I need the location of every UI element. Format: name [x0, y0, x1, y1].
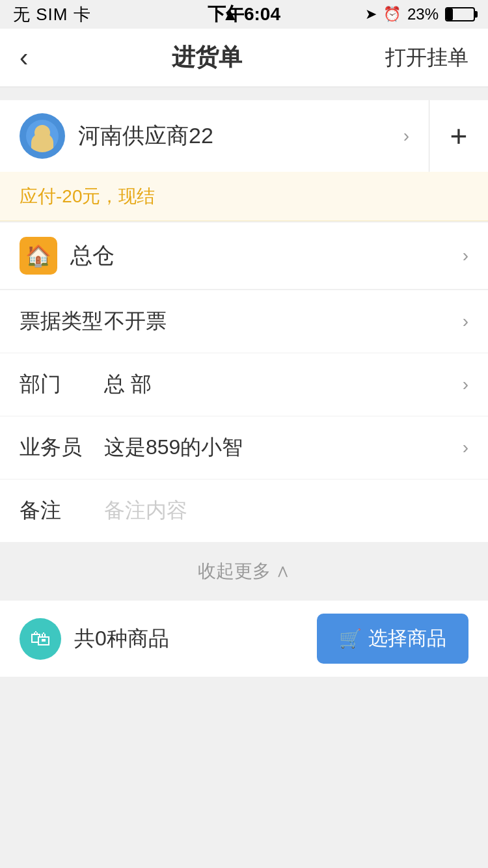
collapse-label: 收起更多 ∧ [198, 559, 291, 584]
alarm-icon: ⏰ [383, 6, 401, 23]
form-section: 票据类型 不开票 › 部门 总 部 › 业务员 这是859的小智 › 备注 备注… [0, 290, 488, 542]
department-chevron-icon: › [463, 374, 468, 395]
nav-bar: ‹ 进货单 打开挂单 [0, 29, 488, 87]
select-btn-label: 选择商品 [368, 625, 446, 652]
warehouse-chevron-icon: › [463, 245, 468, 266]
salesperson-chevron-icon: › [463, 437, 468, 458]
supplier-section: 河南供应商22 › + [0, 100, 488, 172]
salesperson-value: 这是859的小智 [104, 433, 456, 462]
salesperson-row[interactable]: 业务员 这是859的小智 › [0, 416, 488, 480]
notice-banner: 应付-20元，现结 [0, 172, 488, 221]
remark-label: 备注 [20, 496, 104, 525]
warehouse-section[interactable]: 🏠 总仓 › [0, 223, 488, 289]
status-bar: 无 SIM 卡 ▲ 下午6:04 ➤ ⏰ 23% [0, 0, 488, 29]
carrier-text: 无 SIM 卡 [13, 3, 91, 26]
collapse-section[interactable]: 收起更多 ∧ [0, 543, 488, 599]
warehouse-name: 总仓 [70, 241, 456, 271]
salesperson-label: 业务员 [20, 433, 104, 462]
cart-icon: 🛍 [30, 627, 51, 651]
invoice-type-label: 票据类型 [20, 307, 104, 336]
battery-icon [445, 7, 475, 21]
top-divider [0, 87, 488, 100]
select-product-button[interactable]: 🛒 选择商品 [317, 614, 468, 664]
location-icon: ➤ [365, 6, 377, 23]
supplier-chevron-icon: › [403, 126, 409, 146]
invoice-chevron-icon: › [463, 311, 468, 332]
add-supplier-button[interactable]: + [429, 118, 488, 154]
product-count-text: 共0种商品 [74, 625, 317, 653]
page-title: 进货单 [172, 42, 242, 74]
invoice-type-value: 不开票 [104, 307, 456, 336]
remark-row[interactable]: 备注 备注内容 [0, 480, 488, 542]
product-section: 🛍 共0种商品 🛒 选择商品 [0, 601, 488, 677]
time-display: 下午6:04 [208, 2, 280, 27]
supplier-selector[interactable]: 河南供应商22 › [0, 100, 429, 172]
supplier-name: 河南供应商22 [78, 121, 397, 151]
back-button[interactable]: ‹ [20, 43, 28, 72]
open-pending-button[interactable]: 打开挂单 [385, 44, 468, 72]
notice-text: 应付-20元，现结 [20, 186, 155, 206]
department-label: 部门 [20, 370, 104, 399]
department-value: 总 部 [104, 370, 456, 399]
invoice-type-row[interactable]: 票据类型 不开票 › [0, 290, 488, 353]
supplier-avatar [20, 113, 65, 159]
battery-text: 23% [407, 5, 439, 23]
house-icon: 🏠 [25, 243, 51, 268]
warehouse-icon: 🏠 [20, 237, 57, 275]
product-cart-icon: 🛍 [20, 618, 61, 660]
department-row[interactable]: 部门 总 部 › [0, 353, 488, 416]
select-icon: 🛒 [339, 628, 362, 649]
remark-placeholder: 备注内容 [104, 496, 468, 525]
